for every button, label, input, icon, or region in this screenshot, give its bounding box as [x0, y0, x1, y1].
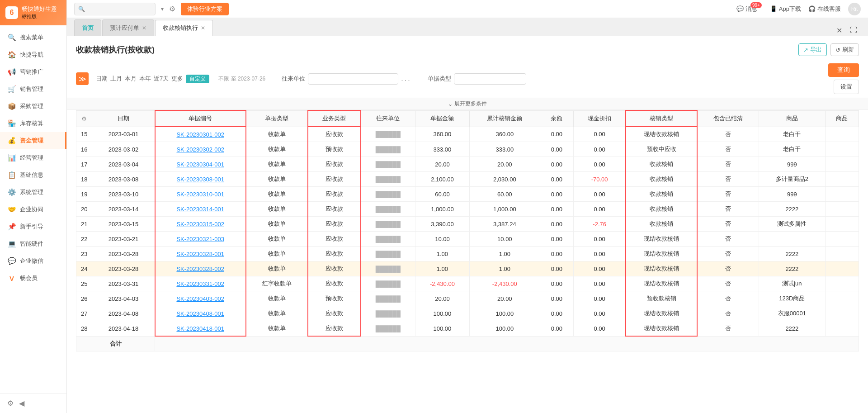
date-custom-button[interactable]: 自定义 — [186, 75, 209, 83]
tab-home[interactable]: 首页 — [74, 19, 101, 36]
cell-seq: 22 — [76, 232, 92, 247]
tab-prepay-close-icon[interactable]: ✕ — [142, 25, 146, 31]
sidebar-item-purchase[interactable]: 📦 采购管理 — [0, 98, 66, 115]
bill-no-link[interactable]: SK-20230328-002 — [176, 266, 224, 272]
cell-balance: 0.00 — [540, 187, 573, 202]
cell-cash-discount: -70.00 — [573, 172, 626, 187]
bill-no-link[interactable]: SK-20230328-001 — [176, 251, 224, 257]
tab-collection-label: 收款核销执行 — [163, 24, 198, 32]
col-bill-type: 单据类型 — [246, 110, 308, 127]
sidebar-bottom: ⚙ ◀ — [0, 393, 66, 413]
topbar-gear-icon[interactable]: ⚙ — [169, 5, 175, 13]
bill-no-link[interactable]: SK-20230302-002 — [176, 146, 224, 153]
topbar-search[interactable]: 🔍 — [74, 3, 156, 15]
topbar-chevron-icon[interactable]: ▾ — [161, 6, 164, 12]
settings-bottom-icon[interactable]: ⚙ — [7, 399, 14, 408]
cell-partner: ██████ — [361, 187, 415, 202]
query-button[interactable]: 查询 — [828, 63, 859, 77]
date-7-days[interactable]: 近7天 — [154, 75, 169, 83]
sidebar-item-search[interactable]: 🔍 搜索菜单 — [0, 29, 66, 46]
filter-settings-button[interactable]: 设置 — [834, 80, 859, 94]
cell-bill-no: SK-20230328-001 — [155, 247, 246, 261]
sidebar-item-hardware[interactable]: 💻 智能硬件 — [0, 235, 66, 252]
filter-expand-button[interactable]: ≫ — [76, 72, 89, 85]
sidebar-label-wechat: 企业微信 — [20, 257, 43, 265]
bill-no-link[interactable]: SK-20230308-001 — [176, 176, 224, 183]
sidebar-item-operation[interactable]: 📊 经营管理 — [0, 149, 66, 166]
sidebar-item-inventory[interactable]: 🏪 库存核算 — [0, 115, 66, 132]
date-last-month[interactable]: 上月 — [110, 75, 122, 83]
bill-no-link[interactable]: SK-20230301-002 — [176, 131, 224, 138]
bill-no-link[interactable]: SK-20230315-002 — [176, 221, 224, 228]
sidebar-item-basic[interactable]: 📋 基础信息 — [0, 166, 66, 184]
tab-collection-close-icon[interactable]: ✕ — [201, 25, 205, 31]
tab-prepay[interactable]: 预计应付单 ✕ — [102, 19, 154, 36]
tab-close-window-button[interactable]: ✕ — [834, 25, 844, 36]
cell-seq: 23 — [76, 247, 92, 261]
sidebar-item-system[interactable]: ⚙️ 系统管理 — [0, 184, 66, 201]
marketing-icon: 📢 — [7, 68, 16, 76]
online-service-badge[interactable]: 🎧 在线客服 — [808, 5, 841, 13]
app-download-badge[interactable]: 📱 App下载 — [770, 5, 801, 13]
cell-seq: 25 — [76, 276, 92, 291]
sidebar-item-wechat[interactable]: 💬 企业微信 — [0, 252, 66, 270]
cell-bill-type: 收款单 — [246, 202, 308, 217]
bill-no-link[interactable]: SK-20230403-002 — [176, 295, 224, 302]
tab-collection[interactable]: 收款核销执行 ✕ — [155, 20, 213, 36]
bill-no-link[interactable]: SK-20230331-002 — [176, 280, 224, 287]
table-container: ⚙ 日期 单据编号 单据类型 业务类型 往来单位 单据金额 累计核销金额 余额 … — [67, 110, 868, 413]
bill-no-link[interactable]: SK-20230310-001 — [176, 191, 224, 198]
sidebar-item-sales[interactable]: 🛒 销售管理 — [0, 81, 66, 98]
col-gear[interactable]: ⚙ — [76, 110, 92, 127]
refresh-button[interactable]: ↺ 刷新 — [830, 43, 859, 56]
cell-include-settled: 否 — [697, 172, 759, 187]
cell-cash-discount: 0.00 — [573, 232, 626, 247]
cell-bill-no: SK-20230315-002 — [155, 217, 246, 232]
filter-voucher-type-item: 单据类型 — [428, 73, 526, 85]
cell-cash-discount: -2.76 — [573, 217, 626, 232]
date-this-month[interactable]: 本月 — [125, 75, 137, 83]
sidebar-item-marketing[interactable]: 📢 营销推广 — [0, 63, 66, 81]
bill-no-link[interactable]: SK-20230321-003 — [176, 236, 224, 242]
cell-date: 2023-03-15 — [92, 217, 155, 232]
sidebar-item-vip[interactable]: V 畅会员 — [0, 270, 66, 287]
expand-more-conditions[interactable]: ⌄ 展开更多条件 — [67, 98, 868, 110]
user-avatar[interactable]: Rit — [848, 3, 861, 15]
table-row: 20 2023-03-14 SK-20230314-001 收款单 应收款 ██… — [76, 202, 859, 217]
purchase-icon: 📦 — [7, 102, 16, 110]
cell-seq: 17 — [76, 157, 92, 172]
vip-icon: V — [7, 275, 16, 282]
basic-icon: 📋 — [7, 171, 16, 179]
cell-goods: 老白干 — [759, 127, 825, 142]
cell-seq: 24 — [76, 261, 92, 276]
sidebar-item-guide[interactable]: 📌 新手引导 — [0, 218, 66, 235]
cell-goods2 — [825, 247, 859, 261]
sidebar-item-enterprise[interactable]: 🤝 企业协同 — [0, 201, 66, 218]
table-row: 18 2023-03-08 SK-20230308-001 收款单 应收款 ██… — [76, 172, 859, 187]
bill-no-link[interactable]: SK-20230304-001 — [176, 161, 224, 168]
filter-dots[interactable]: ... — [401, 75, 411, 83]
export-label: 导出 — [810, 46, 822, 54]
col-total-offset: 累计核销金额 — [469, 110, 540, 127]
cell-offset-type: 现结收款核销 — [626, 261, 697, 276]
tab-expand-window-button[interactable]: ⛶ — [848, 25, 859, 36]
cell-cash-discount: 0.00 — [573, 306, 626, 321]
messages-badge[interactable]: 💬 消息 99+ — [736, 5, 757, 13]
bill-no-link[interactable]: SK-20230418-001 — [176, 325, 224, 332]
sidebar-item-finance[interactable]: 💰 资金管理 — [0, 132, 66, 149]
finance-icon: 💰 — [7, 137, 16, 145]
partner-filter-input[interactable] — [308, 73, 398, 85]
bill-no-link[interactable]: SK-20230408-001 — [176, 310, 224, 317]
date-more[interactable]: 更多 — [171, 75, 183, 83]
voucher-type-select[interactable] — [454, 73, 526, 85]
export-button[interactable]: ↗ 导出 — [798, 43, 827, 56]
cell-total-offset: -2,430.00 — [469, 276, 540, 291]
filter-date-item: 日期 上月 本月 本年 近7天 更多 自定义 — [96, 75, 209, 83]
bill-no-link[interactable]: SK-20230314-001 — [176, 206, 224, 213]
sidebar-item-quick-nav[interactable]: 🏠 快捷导航 — [0, 46, 66, 63]
collapse-icon[interactable]: ◀ — [19, 399, 24, 408]
cell-biz-type: 应收款 — [308, 232, 361, 247]
cell-include-settled: 否 — [697, 142, 759, 157]
date-this-year[interactable]: 本年 — [139, 75, 151, 83]
industry-solution-button[interactable]: 体验行业方案 — [181, 3, 229, 15]
